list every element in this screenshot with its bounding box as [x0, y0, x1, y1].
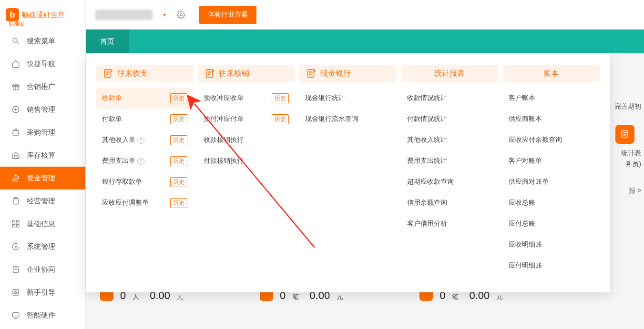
hint-report-b: 务员)	[606, 159, 644, 169]
svg-rect-14	[17, 225, 19, 227]
menu-item[interactable]: 应收应付余额查询	[503, 130, 600, 150]
column-title: 往来收支	[117, 69, 148, 79]
menu-item[interactable]: 现金银行流水查询	[299, 109, 396, 130]
svg-rect-7	[14, 156, 17, 159]
svg-point-0	[13, 38, 17, 42]
sidebar-item-label: 采购管理	[27, 128, 55, 137]
search-icon	[11, 37, 20, 45]
doc-icon[interactable]	[615, 125, 634, 144]
tv-icon	[11, 311, 20, 319]
menu-item[interactable]: 应收明细账	[503, 234, 600, 255]
menu-item[interactable]: 费用支出单?历史	[96, 150, 193, 171]
sidebar-item-hardware[interactable]: 智能硬件	[0, 304, 85, 327]
menu-item[interactable]: 客户对账单	[503, 150, 600, 171]
menu-item[interactable]: 超期应收款查询	[401, 171, 498, 192]
history-tag[interactable]: 历史	[170, 156, 187, 166]
menu-item[interactable]: 收款核销执行	[198, 130, 295, 150]
sidebar-item-label: 库存核算	[27, 151, 55, 160]
history-tag[interactable]: 历史	[170, 198, 187, 208]
sidebar-item-purchase[interactable]: 采购管理	[0, 121, 85, 144]
menu-item-label: 付款核销执行	[204, 157, 244, 165]
sidebar-item-base-info[interactable]: 基础信息	[0, 212, 85, 235]
menu-item[interactable]: 应收应付调整单历史	[96, 192, 193, 213]
svg-rect-11	[12, 220, 15, 223]
menu-item[interactable]: 供应商账本	[503, 109, 600, 130]
stat-unit: 笔	[292, 293, 299, 301]
help-icon[interactable]: ?	[137, 137, 144, 144]
gear-icon[interactable]	[176, 10, 186, 20]
sidebar-item-inventory[interactable]: 库存核算	[0, 144, 85, 167]
menu-column-income_expense: 往来收支收款单历史付款单历史其他收入单?历史费用支出单?历史银行存取款单历史应收…	[96, 65, 193, 276]
hint-more-reports[interactable]: 报 >	[606, 185, 644, 196]
stat-unit: 笔	[452, 293, 459, 301]
history-tag[interactable]: 历史	[272, 93, 289, 103]
menu-item[interactable]: 客户账本	[503, 88, 600, 109]
menu-item[interactable]: 其他收入统计	[401, 130, 498, 150]
edition-label: 标准版	[9, 20, 24, 28]
menu-item[interactable]: 应付总账	[503, 213, 600, 234]
sidebar-item-system[interactable]: 系统管理	[0, 235, 85, 258]
tabbar: 首页	[86, 30, 644, 53]
sidebar-item-marketing[interactable]: 营销推广	[0, 75, 85, 98]
history-tag[interactable]: 历史	[272, 114, 289, 124]
sidebar-item-guide[interactable]: 新手引导	[0, 281, 85, 304]
sidebar-item-label: 企业协同	[27, 265, 55, 274]
menu-item-label: 其他收入统计	[407, 136, 447, 144]
menu-item-label: 应收总账	[509, 199, 535, 207]
menu-item[interactable]: 供应商对账单	[503, 171, 600, 192]
column-header-cash_bank: 现金银行	[299, 65, 396, 82]
menu-item[interactable]: 费用支出统计	[401, 150, 498, 171]
doc-icon	[11, 265, 20, 274]
menu-item-label: 超期应收款查询	[407, 178, 454, 186]
history-tag[interactable]: 历史	[170, 177, 187, 187]
chevron-down-icon[interactable]: ▾	[163, 11, 166, 18]
menu-item-label: 应付明细账	[509, 261, 542, 270]
menu-item[interactable]: 预付冲应付单历史	[198, 109, 295, 130]
menu-item[interactable]: 收款单历史	[96, 88, 193, 109]
sidebar-item-collab[interactable]: 企业协同	[0, 258, 85, 281]
tab-home[interactable]: 首页	[86, 30, 129, 53]
column-title: 统计报表	[434, 69, 465, 79]
sidebar-item-quick-nav[interactable]: 快捷导航	[0, 52, 85, 75]
menu-item[interactable]: 现金银行统计	[299, 88, 396, 109]
svg-rect-12	[17, 220, 19, 223]
receipt-icon	[103, 68, 113, 79]
org-name-redacted	[95, 10, 153, 20]
menu-column-ledger: 账本客户账本供应商账本应收应付余额查询客户对账单供应商对账单应收总账应付总账应收…	[503, 65, 600, 276]
menu-item-label: 收款单	[102, 94, 122, 102]
menu-item-label: 银行存取款单	[102, 178, 142, 186]
menu-item[interactable]: 付款情况统计	[401, 109, 498, 130]
menu-item[interactable]: 银行存取款单历史	[96, 171, 193, 192]
clipboard-icon	[11, 197, 20, 205]
menu-item[interactable]: 应付明细账	[503, 255, 600, 276]
menu-item[interactable]: 其他收入单?历史	[96, 130, 193, 150]
menu-item[interactable]: 应收总账	[503, 192, 600, 213]
history-tag[interactable]: 历史	[170, 93, 187, 103]
logo-icon: b	[6, 8, 19, 21]
hint-report-a: 统计表	[606, 148, 644, 158]
menu-item-label: 应收明细账	[509, 240, 542, 249]
history-tag[interactable]: 历史	[170, 114, 187, 124]
sidebar-item-label: 搜索菜单	[27, 37, 55, 46]
experience-solution-button[interactable]: 体验行业方案	[199, 6, 256, 24]
sidebar-item-funds[interactable]: 资金管理	[0, 167, 85, 189]
svg-rect-25	[308, 70, 314, 78]
help-icon[interactable]: ?	[137, 158, 144, 165]
menu-item[interactable]: 信用余额查询	[401, 192, 498, 213]
menu-item[interactable]: 付款单历史	[96, 109, 193, 130]
menu-item-label: 费用支出单?	[102, 157, 144, 165]
column-title: 现金银行	[320, 69, 351, 79]
menu-item[interactable]: 客户信用分析	[401, 213, 498, 234]
sidebar-item-sales[interactable]: 销售管理	[0, 98, 85, 121]
sidebar-item-search-menu[interactable]: 搜索菜单	[0, 30, 85, 52]
menu-item[interactable]: 收款情况统计	[401, 88, 498, 109]
menu-item-label: 费用支出统计	[407, 157, 447, 165]
menu-item[interactable]: 预收冲应收单历史	[198, 88, 295, 109]
sidebar-item-business[interactable]: 经营管理	[0, 189, 85, 212]
menu-item[interactable]: 付款核销执行	[198, 150, 295, 171]
menu-item-label: 应收应付调整单	[102, 199, 149, 207]
column-header-income_expense: 往来收支	[96, 65, 193, 82]
history-tag[interactable]: 历史	[170, 135, 187, 145]
warehouse-icon	[11, 151, 20, 160]
topbar: ▾ 体验行业方案	[86, 0, 644, 30]
